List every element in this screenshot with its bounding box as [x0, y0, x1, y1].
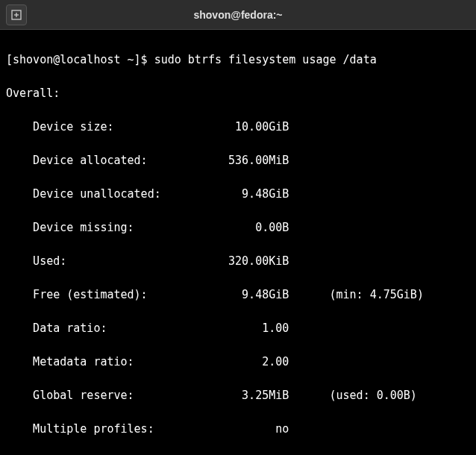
- stat-free-estimated: Free (estimated): 9.48GiB (min: 4.75GiB): [6, 286, 470, 304]
- new-tab-button[interactable]: [6, 4, 27, 25]
- stat-device-missing: Device missing: 0.00B: [6, 219, 470, 236]
- stat-data-ratio: Data ratio: 1.00: [6, 320, 470, 337]
- stat-device-size: Device size: 10.00GiB: [6, 119, 470, 136]
- window-title: shovon@fedora:~: [27, 9, 449, 21]
- stat-global-reserve: Global reserve: 3.25MiB (used: 0.00B): [6, 387, 470, 404]
- stat-multiple-profiles: Multiple profiles: no: [6, 421, 470, 438]
- window-titlebar: shovon@fedora:~: [0, 0, 476, 30]
- stat-device-allocated: Device allocated: 536.00MiB: [6, 152, 470, 169]
- overall-header: Overall:: [6, 85, 470, 102]
- stat-used: Used: 320.00KiB: [6, 253, 470, 270]
- plus-box-icon: [11, 10, 22, 20]
- stat-device-unallocated: Device unallocated: 9.48GiB: [6, 186, 470, 203]
- prompt-command: [shovon@localhost ~]$ sudo btrfs filesys…: [6, 51, 470, 69]
- terminal-output[interactable]: [shovon@localhost ~]$ sudo btrfs filesys…: [0, 30, 476, 455]
- stat-metadata-ratio: Metadata ratio: 2.00: [6, 354, 470, 371]
